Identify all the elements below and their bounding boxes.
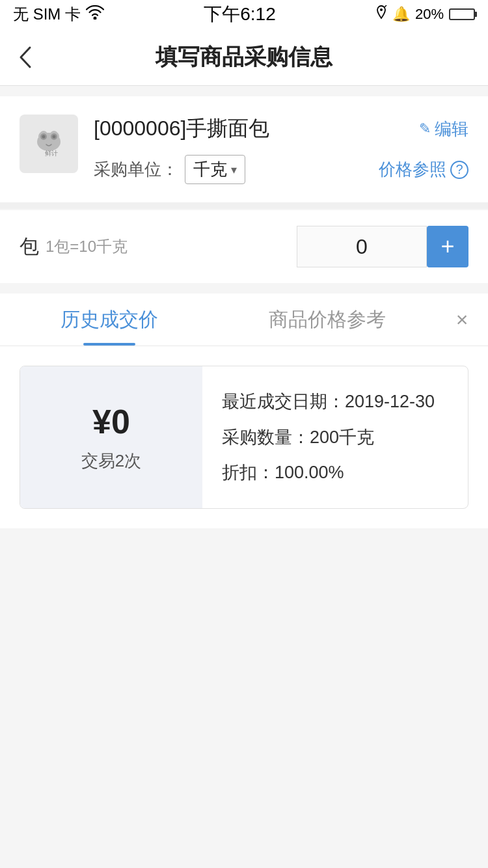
- recent-date-row: 最近成交日期：2019-12-30: [222, 388, 448, 415]
- section-divider: [0, 202, 488, 209]
- quantity-input[interactable]: 0: [297, 226, 427, 267]
- battery-percent: 20%: [415, 6, 444, 23]
- purchase-qty-row: 采购数量：200千克: [222, 424, 448, 451]
- svg-point-6: [42, 135, 46, 138]
- unit-select-dropdown[interactable]: 千克 ▾: [185, 155, 245, 184]
- recent-date-value: 2019-12-30: [345, 392, 435, 411]
- status-bar: 无 SIM 卡 下午6:12 🔔 20%: [0, 0, 488, 29]
- product-unit-row: 采购单位： 千克 ▾ 价格参照 ?: [94, 155, 468, 184]
- price-history-card: ¥0 交易2次 最近成交日期：2019-12-30 采购数量：200千克 折扣：…: [20, 366, 468, 509]
- product-name: [0000006]手撕面包: [94, 115, 269, 143]
- edit-label: 编辑: [435, 118, 468, 141]
- purchase-qty-value: 200千克: [310, 427, 374, 447]
- wifi-icon: [86, 5, 104, 23]
- nav-bar: 填写商品采购信息: [0, 29, 488, 86]
- quantity-controls: 0 +: [297, 226, 468, 267]
- tab-active-indicator: [83, 343, 135, 346]
- tab-price-reference[interactable]: 商品价格参考: [218, 293, 436, 346]
- edit-icon: ✎: [419, 120, 431, 137]
- unit-label: 采购单位： 千克 ▾: [94, 155, 245, 184]
- price-reference-link[interactable]: 价格参照 ?: [379, 158, 468, 181]
- quantity-unit-info: 包 1包=10千克: [20, 234, 128, 260]
- price-ref-text: 价格参照: [379, 158, 446, 181]
- product-info: [0000006]手撕面包 ✎ 编辑 采购单位： 千克 ▾ 价格参照 ?: [94, 115, 468, 184]
- status-left: 无 SIM 卡: [13, 4, 104, 25]
- svg-point-0: [380, 8, 383, 11]
- product-card: 鲜计 [0000006]手撕面包 ✎ 编辑 采购单位： 千克 ▾ 价格参照 ?: [0, 96, 488, 202]
- price-number: 0: [111, 403, 130, 441]
- svg-text:鲜计: 鲜计: [45, 150, 58, 157]
- price-main-value: ¥0: [92, 401, 130, 442]
- tabs-section: 历史成交价 商品价格参考 × ¥0 交易2次 最近成交日期：2019-12-30: [0, 293, 488, 528]
- back-button[interactable]: [18, 46, 33, 69]
- transaction-count: 交易2次: [81, 450, 141, 472]
- recent-date-label: 最近成交日期：: [222, 392, 345, 411]
- help-icon: ?: [450, 161, 468, 179]
- price-currency-symbol: ¥: [92, 403, 111, 441]
- product-image-placeholder: 鲜计: [29, 120, 68, 169]
- history-price-content: ¥0 交易2次 最近成交日期：2019-12-30 采购数量：200千克 折扣：…: [0, 346, 488, 528]
- edit-button[interactable]: ✎ 编辑: [419, 118, 468, 141]
- unit-conversion-text: 1包=10千克: [46, 236, 128, 257]
- status-right: 🔔 20%: [375, 5, 475, 23]
- tab-price-reference-label: 商品价格参考: [269, 306, 386, 333]
- page-title: 填写商品采购信息: [156, 42, 332, 72]
- unit-bag-label: 包: [20, 234, 39, 260]
- alarm-icon: 🔔: [392, 6, 410, 23]
- battery-icon: [449, 8, 475, 20]
- quantity-section: 包 1包=10千克 0 +: [0, 210, 488, 283]
- svg-point-7: [53, 135, 56, 138]
- price-card-right: 最近成交日期：2019-12-30 采购数量：200千克 折扣：100.00%: [202, 366, 468, 508]
- sim-text: 无 SIM 卡: [13, 4, 81, 25]
- dropdown-arrow-icon: ▾: [231, 163, 237, 177]
- unit-select-value: 千克: [193, 158, 227, 181]
- tab-history-price-label: 历史成交价: [61, 306, 158, 333]
- discount-label: 折扣：: [222, 463, 275, 482]
- location-icon: [375, 5, 387, 23]
- discount-row: 折扣：100.00%: [222, 459, 448, 486]
- tabs-close-button[interactable]: ×: [436, 293, 488, 346]
- close-icon: ×: [456, 308, 468, 332]
- quantity-plus-button[interactable]: +: [427, 226, 468, 267]
- tab-history-price[interactable]: 历史成交价: [0, 293, 218, 346]
- tabs-header: 历史成交价 商品价格参考 ×: [0, 293, 488, 346]
- status-time: 下午6:12: [204, 2, 276, 27]
- product-thumbnail: 鲜计: [20, 115, 78, 173]
- product-top-row: [0000006]手撕面包 ✎ 编辑: [94, 115, 468, 143]
- unit-label-text: 采购单位：: [94, 158, 178, 181]
- price-card-left: ¥0 交易2次: [20, 366, 202, 508]
- purchase-qty-label: 采购数量：: [222, 427, 310, 447]
- discount-value: 100.00%: [275, 463, 344, 482]
